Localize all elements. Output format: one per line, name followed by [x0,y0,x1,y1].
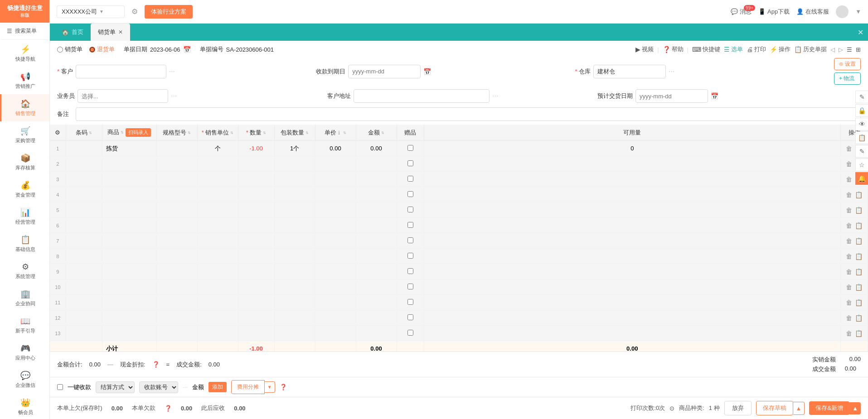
help-icon2[interactable]: ❓ [165,405,172,412]
account-dots-icon[interactable]: ··· [183,384,188,390]
address-dots-icon[interactable]: ··· [492,92,498,100]
delete-icon[interactable]: 🗑 [846,330,852,337]
settings-th-icon[interactable]: ⚙ [55,129,60,136]
sidebar-item-sales[interactable]: 🏠 销售管理 [0,94,49,121]
remarks-input[interactable] [76,107,861,121]
fee-help-icon[interactable]: ❓ [280,384,287,390]
gift-checkbox[interactable] [407,160,413,166]
sidebar-item-marketing[interactable]: 📢 营销推广 [0,67,49,94]
fee-split-button[interactable]: 费用分摊 ▼ [231,380,275,394]
gift-checkbox[interactable] [407,330,413,336]
gift-checkbox[interactable] [407,207,413,212]
list-view-icon[interactable]: ☰ [847,46,852,53]
company-selector[interactable]: XXXXXX公司 ▼ [57,5,125,18]
user-avatar[interactable] [836,5,849,18]
sidebar-item-guide[interactable]: 📖 新手引导 [0,312,49,339]
gift-checkbox[interactable] [407,284,413,289]
close-all-tabs-icon[interactable]: ✕ [858,29,863,36]
gift-checkbox[interactable] [407,314,413,320]
warehouse-dots-icon[interactable]: ··· [669,67,674,76]
sidebar-item-inventory[interactable]: 📦 库存核算 [0,149,49,176]
delete-icon[interactable]: 🗑 [846,176,852,183]
save-draft-arrow-icon[interactable]: ▲ [793,402,805,415]
sidebar-item-purchase[interactable]: 🛒 采购管理 [0,121,49,149]
tab-close-icon[interactable]: ✕ [118,29,123,35]
calc-method-select[interactable]: 结算方式 [96,381,135,393]
copy-icon[interactable]: 📋 [855,207,863,214]
copy-icon[interactable]: 📋 [855,268,863,275]
customer-address-input[interactable] [354,89,490,103]
date-calendar-icon[interactable]: 📅 [183,46,191,53]
copy-icon[interactable]: 📋 [855,299,863,306]
trial-button[interactable]: 体验行业方案 [145,5,193,19]
radio-sales-input[interactable] [57,47,63,53]
gift-checkbox[interactable] [407,299,413,305]
gift-checkbox[interactable] [407,191,413,197]
app-download-item[interactable]: 📱 App下载 [758,8,790,16]
unit-price-info-icon[interactable]: ℹ [338,130,340,135]
gift-checkbox[interactable] [407,176,413,182]
salesperson-input[interactable] [78,89,168,103]
gift-checkbox[interactable] [407,145,413,151]
expected-delivery-input[interactable] [635,89,708,103]
delete-icon[interactable]: 🗑 [846,222,852,229]
copy-icon[interactable]: 📋 [855,284,863,291]
toolbar-operation[interactable]: ⚡ 操作 [770,45,790,53]
copy-icon[interactable]: 📋 [855,191,863,198]
copy-icon[interactable]: 📋 [855,253,863,260]
delete-icon[interactable]: 🗑 [846,160,852,168]
toolbar-history[interactable]: 📋 历史单据 [794,45,827,53]
scan-button[interactable]: 扫码录入 [126,128,151,137]
float-btn-3[interactable]: 👁 [855,118,868,130]
copy-icon[interactable]: 📋 [855,237,863,245]
gift-checkbox[interactable] [407,268,413,274]
sidebar-item-enterprise[interactable]: 🏢 企业协同 [0,284,49,312]
copy-icon[interactable]: 📋 [855,314,863,322]
toolbar-shortcut[interactable]: ⌨ 快捷键 [692,45,720,53]
fee-split-arrow-icon[interactable]: ▼ [265,381,275,393]
delete-icon[interactable]: 🗑 [846,191,852,198]
float-btn-2[interactable]: 🔒 [855,104,868,117]
delete-icon[interactable]: 🗑 [846,268,852,275]
sidebar-item-operation[interactable]: 📊 经营管理 [0,203,49,230]
delivery-calendar-icon[interactable]: 📅 [711,92,718,100]
sidebar-item-quick-nav[interactable]: ⚡ 快捷导航 [0,40,49,67]
sidebar-item-member[interactable]: 👑 畅会员 [0,393,49,419]
delete-icon[interactable]: 🗑 [846,145,852,152]
online-service-item[interactable]: 👤 在线客服 [796,8,829,16]
sidebar-item-appcenter[interactable]: 🎮 应用中心 [0,339,49,366]
toolbar-help[interactable]: ❓ 帮助 [663,45,684,53]
copy-icon[interactable]: 📋 [855,330,863,337]
float-btn-7[interactable]: 🔔 [855,172,868,185]
add-payment-button[interactable]: 添加 [209,382,227,392]
sidebar-item-search[interactable]: ☰ 搜索菜单 [0,23,49,40]
customer-input[interactable] [76,65,166,78]
toolbar-filter[interactable]: ☰ 选单 [724,45,743,53]
cash-discount-help-icon[interactable]: ❓ [152,361,160,368]
gift-checkbox[interactable] [407,222,413,228]
radio-return[interactable]: 退货单 [89,45,115,53]
delete-icon[interactable]: 🗑 [846,253,852,260]
payment-account-select[interactable]: 收款账号 [139,381,178,393]
abandon-button[interactable]: 放弃 [724,401,752,415]
save-new-button[interactable]: 保存&新增 ▲ [809,401,861,415]
toolbar-print[interactable]: 🖨 打印 [747,45,766,53]
header-gear-icon[interactable]: ⚙ [129,5,140,18]
save-draft-button[interactable]: 保存草稿 ▲ [756,401,805,415]
payment-date-input[interactable] [348,65,421,78]
one-key-payment-checkbox[interactable] [57,384,63,390]
float-btn-4[interactable]: 📋 [855,131,868,144]
gift-checkbox[interactable] [407,253,413,259]
delete-icon[interactable]: 🗑 [846,237,852,245]
delete-icon[interactable]: 🗑 [846,314,852,322]
float-btn-1[interactable]: ✎ [855,91,868,103]
sidebar-item-system[interactable]: ⚙ 系统管理 [0,257,49,284]
tab-home[interactable]: 🏠 首页 [54,24,91,41]
float-btn-6[interactable]: ☆ [855,159,868,171]
sidebar-item-basic[interactable]: 📋 基础信息 [0,230,49,257]
tab-sales-order[interactable]: 销货单 ✕ [91,24,130,41]
radio-sales[interactable]: 销货单 [57,45,82,53]
logistics-button[interactable]: + 物流 [834,72,861,85]
message-item[interactable]: 💬 消息 99+ [731,8,752,16]
toolbar-video[interactable]: ▶ 视频 [635,45,654,53]
